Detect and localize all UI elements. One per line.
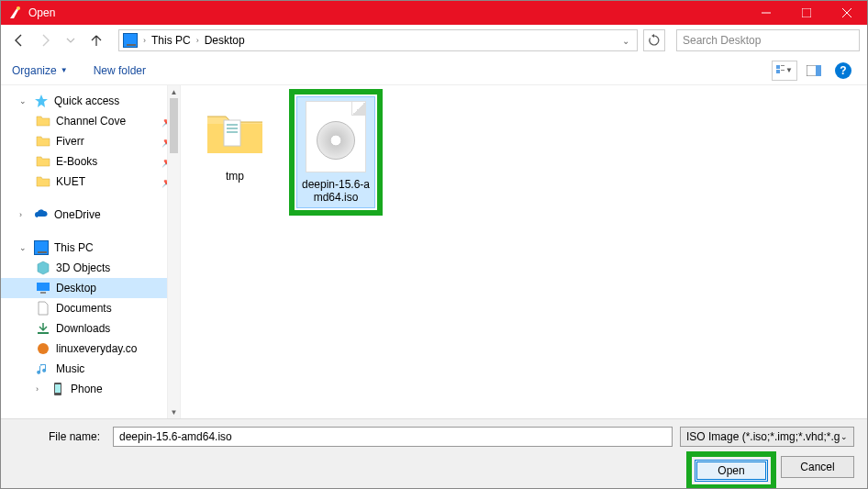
app-icon <box>8 6 23 20</box>
chevron-down-icon: ⌄ <box>840 432 848 441</box>
folder-icon <box>36 114 50 128</box>
expand-icon[interactable]: › <box>19 210 28 219</box>
this-pc-icon <box>34 240 49 255</box>
phone-icon <box>50 382 65 396</box>
breadcrumb-this-pc[interactable]: This PC <box>151 34 191 47</box>
cancel-button[interactable]: Cancel <box>781 456 854 478</box>
filename-input[interactable] <box>113 427 673 447</box>
iso-file-icon <box>306 101 366 172</box>
minimize-button[interactable] <box>746 1 786 25</box>
sidebar-quick-access[interactable]: ⌄ Quick access <box>1 91 180 111</box>
file-item-label: tmp <box>226 170 244 183</box>
open-button[interactable]: Open <box>695 460 768 482</box>
file-item-iso[interactable]: deepin-15.6-amd64.iso <box>296 96 375 208</box>
window-title: Open <box>28 6 746 19</box>
sidebar-music[interactable]: Music <box>1 359 180 379</box>
star-icon <box>34 94 49 108</box>
chevron-down-icon: ▼ <box>61 66 68 74</box>
download-icon <box>36 321 50 336</box>
disc-icon <box>317 121 355 160</box>
chevron-right-icon: › <box>143 36 146 45</box>
sidebar-item-label: Documents <box>56 302 112 315</box>
sidebar-downloads[interactable]: Downloads <box>1 318 180 339</box>
maximize-button[interactable] <box>786 1 827 25</box>
sidebar-item-label: Quick access <box>54 94 119 107</box>
sidebar-tree: ⌄ Quick access Channel Cove 📌 Fiverr 📌 E… <box>1 85 181 418</box>
sidebar-qa-item[interactable]: E-Books 📌 <box>1 151 180 172</box>
sidebar-onedrive[interactable]: › OneDrive <box>1 205 180 225</box>
file-item-label: deepin-15.6-amd64.iso <box>301 178 371 204</box>
breadcrumb-desktop[interactable]: Desktop <box>205 34 245 47</box>
up-button[interactable] <box>85 29 107 51</box>
sidebar-phone[interactable]: › Phone <box>1 379 180 399</box>
address-bar[interactable]: › This PC › Desktop ⌄ <box>118 29 638 51</box>
expand-icon[interactable]: ⌄ <box>19 243 28 252</box>
this-pc-icon <box>123 33 138 48</box>
scroll-thumb[interactable] <box>170 98 178 153</box>
svg-rect-3 <box>802 8 811 17</box>
svg-point-1 <box>17 6 20 10</box>
bottom-panel: File name: ISO Image (*.iso;*.img;*.vhd;… <box>1 418 867 488</box>
sidebar-item-label: Phone <box>71 383 103 395</box>
expand-icon[interactable]: ⌄ <box>19 96 28 106</box>
sidebar-item-label: This PC <box>54 241 94 254</box>
svg-rect-13 <box>37 283 50 291</box>
address-dropdown[interactable]: ⌄ <box>618 36 633 46</box>
sidebar-item-label: 3D Objects <box>56 261 110 274</box>
sidebar-linuxeveryday[interactable]: linuxeveryday.co <box>1 339 180 359</box>
sidebar-item-label: KUET <box>56 175 85 188</box>
svg-rect-22 <box>227 131 238 133</box>
sidebar-item-label: Desktop <box>56 282 96 295</box>
sidebar-item-label: Downloads <box>56 322 110 335</box>
refresh-button[interactable] <box>643 29 665 51</box>
svg-rect-8 <box>776 70 780 73</box>
view-mode-button[interactable]: ▼ <box>772 61 797 81</box>
svg-rect-6 <box>776 65 780 69</box>
scroll-up[interactable]: ▲ <box>168 85 180 98</box>
preview-pane-button[interactable] <box>801 61 827 81</box>
sidebar-scrollbar[interactable]: ▲ ▼ <box>167 85 180 418</box>
filename-label: File name: <box>14 430 106 443</box>
organize-label: Organize <box>12 64 57 77</box>
file-item-folder[interactable]: tmp <box>195 96 274 186</box>
sidebar-this-pc[interactable]: ⌄ This PC <box>1 238 180 258</box>
sidebar-qa-item[interactable]: Channel Cove 📌 <box>1 111 180 131</box>
sidebar-documents[interactable]: Documents <box>1 298 180 318</box>
svg-rect-21 <box>227 128 238 129</box>
svg-rect-18 <box>55 384 61 393</box>
sidebar-qa-item[interactable]: KUET 📌 <box>1 172 180 192</box>
chevron-right-icon: › <box>196 36 199 45</box>
cloud-icon <box>34 207 49 222</box>
sidebar-3d-objects[interactable]: 3D Objects <box>1 258 180 278</box>
sidebar-item-label: linuxeveryday.co <box>56 342 138 355</box>
search-placeholder: Search Desktop <box>683 34 761 47</box>
sidebar-item-label: OneDrive <box>54 208 101 221</box>
forward-button[interactable] <box>34 29 56 51</box>
file-list[interactable]: tmp deepin-15.6-amd64.iso <box>181 85 867 418</box>
folder-icon <box>203 100 267 164</box>
svg-rect-20 <box>227 124 238 126</box>
scroll-down[interactable]: ▼ <box>168 406 180 418</box>
folder-icon <box>36 154 50 169</box>
toolbar: Organize ▼ New folder ▼ ? <box>1 56 867 85</box>
svg-rect-14 <box>40 292 46 294</box>
desktop-icon <box>36 281 50 295</box>
help-button[interactable]: ? <box>830 61 856 81</box>
sidebar-desktop[interactable]: Desktop <box>1 278 180 298</box>
folder-icon <box>36 134 50 149</box>
svg-rect-11 <box>816 65 821 76</box>
recent-dropdown[interactable] <box>60 29 82 51</box>
expand-icon[interactable]: › <box>36 384 45 394</box>
music-icon <box>36 361 50 376</box>
new-folder-button[interactable]: New folder <box>94 64 146 77</box>
box-icon <box>36 261 50 275</box>
sidebar-qa-item[interactable]: Fiverr 📌 <box>1 131 180 151</box>
search-input[interactable]: Search Desktop <box>676 29 860 51</box>
svg-rect-9 <box>781 70 785 71</box>
organize-menu[interactable]: Organize ▼ <box>12 64 68 77</box>
svg-rect-15 <box>38 332 49 334</box>
close-button[interactable] <box>827 1 867 25</box>
back-button[interactable] <box>8 29 30 51</box>
file-type-filter[interactable]: ISO Image (*.iso;*.img;*.vhd;*.g ⌄ <box>680 427 854 447</box>
sidebar-item-label: Fiverr <box>56 135 84 148</box>
